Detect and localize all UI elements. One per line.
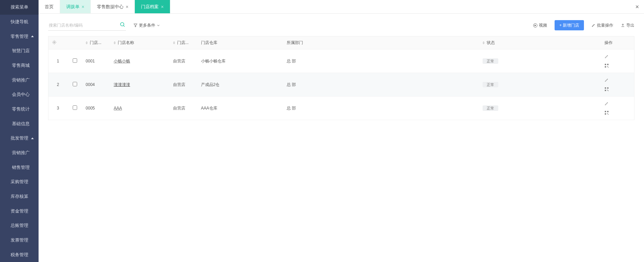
store-table: 门店... 门店名称 门店... 门店仓库 所属部门 状态 操作 1 0001 bbox=[48, 36, 634, 120]
th-ops: 操作 bbox=[601, 37, 634, 49]
tab-transfer-order[interactable]: 调拨单 × bbox=[60, 0, 91, 13]
th-code-label: 门店... bbox=[90, 40, 101, 46]
sidebar-retail-mgmt[interactable]: 零售管理 bbox=[0, 29, 39, 44]
tab-store-archive-label: 门店档案 bbox=[141, 4, 159, 10]
table-row: 1 0001 小畅小畅 自营店 小畅小畅仓库 总 部 正常 bbox=[48, 49, 634, 73]
main-area: 首页 调拨单 × 零售数据中心 × 门店档案 × × bbox=[39, 0, 644, 262]
th-code[interactable]: 门店... bbox=[82, 37, 110, 49]
sidebar-search-menu[interactable]: 搜索菜单 bbox=[0, 0, 39, 15]
sidebar-quick-nav[interactable]: 快捷导航 bbox=[0, 15, 39, 29]
cell-idx: 3 bbox=[48, 97, 68, 120]
table-body: 1 0001 小畅小畅 自营店 小畅小畅仓库 总 部 正常 bbox=[48, 49, 634, 120]
tab-store-archive[interactable]: 门店档案 × bbox=[135, 0, 170, 13]
search-input[interactable] bbox=[48, 20, 126, 31]
batch-ops-button[interactable]: 批量操作 bbox=[591, 23, 613, 28]
sidebar-retail-stats[interactable]: 零售统计 bbox=[0, 102, 39, 117]
sidebar-member-center[interactable]: 会员中心 bbox=[0, 87, 39, 102]
svg-line-1 bbox=[124, 26, 125, 27]
plus-icon: + bbox=[559, 23, 562, 28]
sidebar-invoice-mgmt[interactable]: 发票管理 bbox=[0, 233, 39, 248]
tab-home[interactable]: 首页 bbox=[39, 0, 60, 13]
store-name-link[interactable]: 小畅小畅 bbox=[114, 59, 130, 63]
sort-icon bbox=[114, 41, 116, 44]
th-settings[interactable] bbox=[48, 37, 68, 49]
svg-point-3 bbox=[54, 42, 55, 43]
tab-home-label: 首页 bbox=[45, 4, 54, 10]
export-icon bbox=[621, 23, 625, 27]
sidebar-fund-mgmt[interactable]: 资金管理 bbox=[0, 204, 39, 218]
add-store-button[interactable]: + 新增门店 bbox=[555, 20, 584, 30]
th-type-label: 门店... bbox=[177, 40, 189, 46]
sidebar-wholesale-mgmt[interactable]: 批发管理 bbox=[0, 131, 39, 146]
qrcode-icon[interactable] bbox=[604, 111, 631, 115]
svg-rect-6 bbox=[605, 66, 606, 68]
more-filter-button[interactable]: 更多条件 bbox=[133, 23, 160, 28]
qrcode-icon[interactable] bbox=[604, 63, 631, 68]
cell-department: 总 部 bbox=[283, 49, 479, 73]
video-button[interactable]: 视频 bbox=[533, 23, 547, 28]
row-checkbox[interactable] bbox=[73, 58, 77, 63]
th-type[interactable]: 门店... bbox=[170, 37, 198, 49]
sidebar-inventory-accounting[interactable]: 库存核算 bbox=[0, 189, 39, 204]
cell-type: 自营店 bbox=[170, 73, 198, 97]
tab-retail-data-center[interactable]: 零售数据中心 × bbox=[91, 0, 135, 13]
edit-icon[interactable] bbox=[604, 78, 631, 82]
cell-warehouse: AAA仓库 bbox=[198, 97, 283, 120]
th-ops-label: 操作 bbox=[604, 40, 613, 45]
batch-ops-label: 批量操作 bbox=[597, 23, 613, 28]
store-name-link[interactable]: AAA bbox=[114, 106, 122, 111]
svg-rect-8 bbox=[608, 67, 609, 68]
cell-warehouse: 小畅小畅仓库 bbox=[198, 49, 283, 73]
th-name[interactable]: 门店名称 bbox=[110, 37, 169, 49]
status-badge: 正常 bbox=[483, 82, 498, 87]
content-area: 更多条件 视频 + 新增门店 bbox=[39, 14, 644, 262]
video-label: 视频 bbox=[539, 23, 547, 28]
sidebar-retail-mall[interactable]: 零售商城 bbox=[0, 58, 39, 73]
svg-rect-16 bbox=[605, 113, 606, 115]
sort-icon bbox=[173, 41, 176, 44]
svg-rect-12 bbox=[607, 90, 608, 90]
sidebar-purchase-mgmt[interactable]: 采购管理 bbox=[0, 175, 39, 189]
sidebar-marketing2[interactable]: 营销推广 bbox=[0, 146, 39, 160]
toolbar: 更多条件 视频 + 新增门店 bbox=[48, 20, 634, 31]
cell-department: 总 部 bbox=[283, 73, 479, 97]
sidebar-gl-mgmt[interactable]: 总账管理 bbox=[0, 218, 39, 233]
th-status-label: 状态 bbox=[487, 40, 495, 45]
row-checkbox[interactable] bbox=[73, 82, 77, 86]
svg-rect-15 bbox=[607, 111, 609, 112]
close-icon[interactable]: × bbox=[161, 4, 163, 10]
search-icon[interactable] bbox=[120, 22, 125, 27]
close-all-icon[interactable]: × bbox=[630, 0, 644, 14]
th-status[interactable]: 状态 bbox=[479, 37, 601, 49]
sidebar-sales-mgmt[interactable]: 销售管理 bbox=[0, 160, 39, 175]
play-icon bbox=[533, 23, 538, 28]
cell-idx: 2 bbox=[48, 73, 68, 97]
svg-rect-11 bbox=[605, 90, 606, 91]
gear-icon bbox=[52, 40, 57, 45]
table-row: 2 0004 潼潼潼潼 自营店 产成品2仓 总 部 正常 bbox=[48, 73, 634, 97]
svg-rect-4 bbox=[605, 64, 606, 65]
th-department-label: 所属部门 bbox=[287, 40, 303, 45]
sidebar-tax-mgmt[interactable]: 税务管理 bbox=[0, 247, 39, 262]
edit-icon[interactable] bbox=[604, 101, 631, 106]
close-icon[interactable]: × bbox=[82, 4, 84, 10]
status-badge: 正常 bbox=[483, 58, 498, 64]
tab-transfer-order-label: 调拨单 bbox=[66, 4, 80, 10]
table-row: 3 0005 AAA 自营店 AAA仓库 总 部 正常 bbox=[48, 97, 634, 120]
qrcode-icon[interactable] bbox=[604, 87, 631, 91]
sidebar-basic-info[interactable]: 基础信息 bbox=[0, 116, 39, 131]
cell-code: 0005 bbox=[82, 97, 110, 120]
svg-rect-18 bbox=[608, 114, 609, 115]
sidebar-smart-store[interactable]: 智慧门店 bbox=[0, 44, 39, 58]
store-name-link[interactable]: 潼潼潼潼 bbox=[114, 82, 130, 87]
tab-retail-data-center-label: 零售数据中心 bbox=[97, 4, 124, 10]
edit-icon[interactable] bbox=[604, 54, 631, 59]
cell-type: 自营店 bbox=[170, 49, 198, 73]
sidebar-marketing1[interactable]: 营销推广 bbox=[0, 73, 39, 87]
sort-icon bbox=[483, 41, 485, 44]
filter-icon bbox=[133, 23, 138, 27]
chevron-down-icon bbox=[157, 24, 160, 27]
export-button[interactable]: 导出 bbox=[621, 23, 634, 28]
close-icon[interactable]: × bbox=[126, 4, 128, 10]
row-checkbox[interactable] bbox=[73, 105, 77, 110]
